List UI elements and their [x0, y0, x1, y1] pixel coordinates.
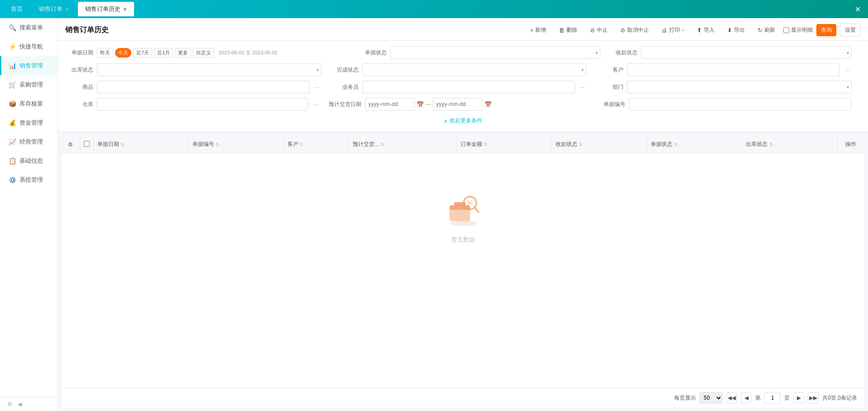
order-status-select-wrapper: [390, 46, 601, 59]
th-payment-status[interactable]: 收款状态: [551, 136, 647, 153]
payment-status-select[interactable]: [641, 46, 852, 59]
calendar-from-icon[interactable]: 📅: [417, 101, 424, 108]
salesperson-more-btn[interactable]: ···: [578, 82, 587, 92]
sidebar-item-quick-nav[interactable]: ⚡ 快捷导航: [0, 37, 58, 56]
sidebar-collapse-icon[interactable]: ◀: [18, 401, 22, 407]
sidebar-item-system[interactable]: ⚙️ 系统管理: [0, 170, 58, 189]
export-button[interactable]: ⬇ 导出: [723, 24, 749, 36]
salesperson-input[interactable]: [362, 81, 575, 93]
delivery-date-from-input[interactable]: [365, 98, 415, 111]
order-number-input[interactable]: [629, 98, 852, 111]
goods-input[interactable]: [97, 81, 310, 93]
th-date[interactable]: 单据日期: [93, 136, 188, 153]
date-btn-more[interactable]: 更多: [175, 48, 191, 58]
table-settings-icon[interactable]: ⚙: [68, 141, 73, 148]
sidebar-item-finance[interactable]: 💰 资金管理: [0, 113, 58, 132]
import-button[interactable]: ⬆ 导入: [692, 24, 719, 36]
order-number-control: [629, 98, 852, 111]
cancel-stop-button[interactable]: ⊘ 取消中止: [616, 24, 653, 36]
filter-row-4: 仓库 ··· 预计交货日期 📅 — 📅 单据编号: [65, 98, 861, 111]
delivery-date-to-input[interactable]: [433, 98, 483, 111]
date-btn-yesterday[interactable]: 昨天: [97, 48, 113, 58]
sales-mgmt-icon: 📊: [9, 62, 16, 69]
goods-more-btn[interactable]: ···: [312, 82, 321, 92]
customer-more-btn[interactable]: ···: [843, 65, 852, 74]
print-button[interactable]: 🖨 打印 ▾: [657, 24, 689, 36]
display-columns-checkbox-label[interactable]: 显示明细: [783, 26, 813, 34]
delete-icon: 🗑: [559, 27, 565, 34]
th-number[interactable]: 单据编号: [188, 136, 283, 153]
empty-state: 暂无数据: [62, 153, 864, 280]
date-label: 单据日期: [65, 49, 97, 57]
outbound-status-select[interactable]: [97, 63, 321, 76]
calendar-to-icon[interactable]: 📅: [484, 101, 492, 108]
refresh-button[interactable]: ↻ 刷新: [753, 24, 780, 36]
warehouse-input[interactable]: [97, 98, 308, 111]
quick-nav-icon: ⚡: [9, 43, 16, 50]
finance-icon: 💰: [9, 119, 16, 126]
table-header-row: ⚙ 单据日期 单据编号 客户: [62, 136, 864, 153]
settings-button[interactable]: 设置: [840, 24, 861, 37]
th-order-status[interactable]: 单据状态: [647, 136, 742, 153]
first-page-icon: ◀◀: [728, 395, 736, 401]
date-btn-today[interactable]: 今天: [115, 48, 131, 58]
prev-page-btn[interactable]: ◀: [741, 392, 752, 403]
th-settings[interactable]: ⚙: [62, 136, 80, 153]
th-checkbox[interactable]: [80, 136, 93, 153]
delete-button[interactable]: 🗑 删除: [554, 24, 582, 36]
sidebar-settings-icon[interactable]: ⚙: [7, 401, 12, 407]
pagination: 每页显示 102050100 ◀◀ ◀ 第 页 ▶ ▶▶ 共0页,0条记录: [62, 388, 864, 407]
add-icon: +: [530, 27, 533, 34]
tab-sales-order-history[interactable]: 销售订单历史 ✕: [78, 2, 134, 16]
date-filter-control: 昨天 今天 近7天 近1月 更多 自定义 2023-06-02 至 2023-0…: [97, 48, 350, 58]
cancel-stop-icon: ⊘: [620, 27, 625, 34]
inventory-icon: 📦: [9, 100, 16, 107]
operations-icon: 📈: [9, 138, 16, 145]
last-page-btn[interactable]: ▶▶: [808, 392, 819, 403]
warehouse-more-btn[interactable]: ···: [311, 100, 320, 109]
customer-control: ···: [627, 63, 852, 76]
th-customer[interactable]: 客户: [283, 136, 349, 153]
tab-sales-order[interactable]: 销售订单 ✕: [32, 2, 76, 16]
import-icon: ⬆: [697, 27, 702, 34]
add-button[interactable]: + 新增: [525, 24, 551, 36]
tab-home[interactable]: 首页: [4, 2, 30, 16]
outbound-status-control: [97, 63, 321, 76]
sidebar-item-operations[interactable]: 📈 经营管理: [0, 132, 58, 151]
th-delivery[interactable]: 预计交货...: [349, 136, 456, 153]
page-size-select[interactable]: 102050100: [700, 392, 723, 404]
warehouse-control: ···: [97, 98, 320, 111]
tab-sales-order-close[interactable]: ✕: [65, 7, 69, 12]
delivery-date-input-group: 📅 — 📅: [365, 98, 588, 111]
department-select[interactable]: [627, 81, 852, 93]
sidebar-item-basic-info[interactable]: 📋 基础信息: [0, 151, 58, 170]
first-page-btn[interactable]: ◀◀: [726, 392, 737, 403]
svg-line-5: [475, 208, 479, 212]
date-btn-custom[interactable]: 自定义: [193, 48, 214, 58]
sidebar-item-purchase-mgmt[interactable]: 🛒 采购管理: [0, 75, 58, 94]
sidebar-item-inventory[interactable]: 📦 库存核算: [0, 94, 58, 113]
select-all-checkbox[interactable]: [84, 141, 90, 147]
sidebar-item-sales-mgmt[interactable]: 📊 销售管理: [0, 56, 58, 75]
stop-button[interactable]: ⊘ 中止: [585, 24, 612, 36]
th-outbound-status[interactable]: 出库状态: [742, 136, 837, 153]
salesperson-label: 业务员: [331, 83, 362, 91]
query-button[interactable]: 查询: [816, 24, 836, 36]
total-records-text: 共0页,0条记录: [822, 394, 857, 402]
system-icon: ⚙️: [9, 176, 16, 184]
window-close-btn[interactable]: ✕: [851, 3, 864, 15]
order-status-select[interactable]: [390, 46, 601, 59]
tab-sales-order-history-close[interactable]: ✕: [123, 7, 127, 12]
page-number-input[interactable]: [764, 392, 781, 404]
sidebar-item-search-menu[interactable]: 🔍 搜索菜单: [0, 18, 58, 37]
completion-status-select[interactable]: [362, 63, 587, 76]
date-btn-1month[interactable]: 近1月: [154, 48, 173, 58]
collapse-row[interactable]: ∧ 收起更多条件: [65, 115, 861, 126]
customer-input[interactable]: [627, 63, 840, 76]
display-columns-checkbox[interactable]: [783, 27, 789, 33]
th-amount[interactable]: 订单金额: [456, 136, 551, 153]
page-label: 第: [755, 394, 761, 402]
filter-row-2: 出库状态 完成状态 客户 ···: [65, 63, 861, 76]
date-btn-7days[interactable]: 近7天: [133, 48, 152, 58]
next-page-btn[interactable]: ▶: [793, 392, 804, 403]
